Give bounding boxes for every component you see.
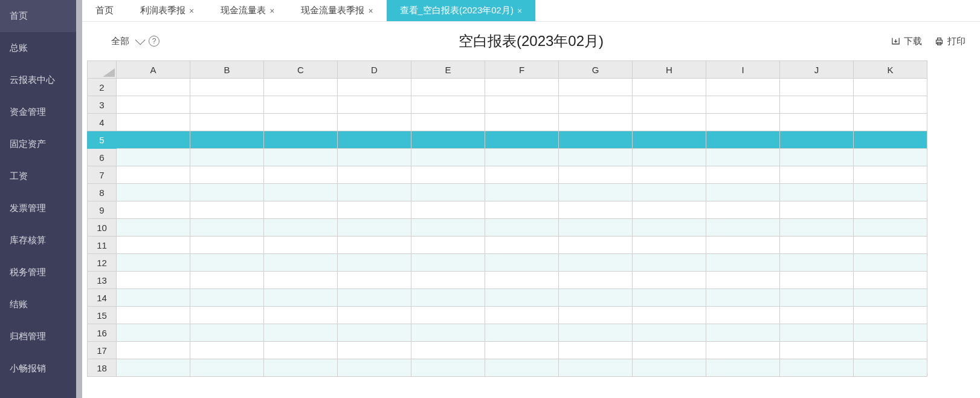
cell[interactable]	[411, 149, 485, 166]
cell[interactable]	[633, 149, 706, 166]
cell[interactable]	[559, 289, 633, 307]
cell[interactable]	[338, 359, 411, 377]
cell[interactable]	[338, 307, 411, 324]
cell[interactable]	[633, 201, 706, 219]
row-header[interactable]: 12	[88, 254, 117, 272]
cell[interactable]	[854, 272, 927, 289]
cell[interactable]	[633, 114, 706, 131]
row-header[interactable]: 4	[88, 114, 117, 131]
cell[interactable]	[117, 237, 190, 254]
cell[interactable]	[706, 342, 780, 359]
cell[interactable]	[485, 237, 559, 254]
sidebar-item[interactable]: 工资	[0, 160, 76, 192]
row-header[interactable]: 10	[88, 219, 117, 237]
cell[interactable]	[190, 324, 264, 342]
cell[interactable]	[190, 219, 264, 237]
cell[interactable]	[264, 96, 338, 114]
cell[interactable]	[485, 342, 559, 359]
cell[interactable]	[411, 201, 485, 219]
cell[interactable]	[633, 131, 706, 149]
cell[interactable]	[559, 237, 633, 254]
cell[interactable]	[117, 149, 190, 166]
cell[interactable]	[411, 289, 485, 307]
cell[interactable]	[117, 79, 190, 96]
cell[interactable]	[338, 166, 411, 184]
sidebar-item[interactable]: 首页	[0, 0, 76, 32]
cell[interactable]	[190, 289, 264, 307]
cell[interactable]	[633, 166, 706, 184]
cell[interactable]	[338, 342, 411, 359]
cell[interactable]	[780, 184, 854, 201]
cell[interactable]	[633, 289, 706, 307]
close-icon[interactable]: ×	[189, 6, 194, 16]
cell[interactable]	[559, 114, 633, 131]
cell[interactable]	[780, 201, 854, 219]
cell[interactable]	[338, 201, 411, 219]
cell[interactable]	[854, 219, 927, 237]
cell[interactable]	[780, 96, 854, 114]
select-all-corner[interactable]	[88, 61, 117, 79]
filter-dropdown[interactable]: 全部 ?	[111, 36, 160, 47]
cell[interactable]	[780, 359, 854, 377]
cell[interactable]	[633, 219, 706, 237]
column-header[interactable]: H	[633, 61, 706, 79]
cell[interactable]	[338, 254, 411, 272]
cell[interactable]	[706, 359, 780, 377]
cell[interactable]	[190, 359, 264, 377]
column-header[interactable]: F	[485, 61, 559, 79]
row-header[interactable]: 7	[88, 166, 117, 184]
cell[interactable]	[485, 307, 559, 324]
cell[interactable]	[117, 254, 190, 272]
cell[interactable]	[485, 131, 559, 149]
cell[interactable]	[854, 237, 927, 254]
cell[interactable]	[117, 359, 190, 377]
sidebar-item[interactable]: 归档管理	[0, 321, 76, 353]
column-header[interactable]: A	[117, 61, 190, 79]
cell[interactable]	[338, 184, 411, 201]
cell[interactable]	[854, 289, 927, 307]
cell[interactable]	[411, 114, 485, 131]
sidebar-item[interactable]: 库存核算	[0, 224, 76, 256]
cell[interactable]	[633, 184, 706, 201]
cell[interactable]	[117, 114, 190, 131]
cell[interactable]	[338, 149, 411, 166]
row-header[interactable]: 13	[88, 272, 117, 289]
cell[interactable]	[190, 237, 264, 254]
cell[interactable]	[264, 79, 338, 96]
sidebar-item[interactable]: 资金管理	[0, 96, 76, 128]
cell[interactable]	[780, 237, 854, 254]
cell[interactable]	[854, 184, 927, 201]
close-icon[interactable]: ×	[269, 6, 274, 16]
cell[interactable]	[264, 272, 338, 289]
sidebar-item[interactable]: 发票管理	[0, 192, 76, 224]
cell[interactable]	[854, 201, 927, 219]
column-header[interactable]: D	[338, 61, 411, 79]
cell[interactable]	[190, 254, 264, 272]
cell[interactable]	[706, 237, 780, 254]
cell[interactable]	[706, 254, 780, 272]
spreadsheet[interactable]: ABCDEFGHIJK23456789101112131415161718	[82, 60, 980, 398]
row-header[interactable]: 9	[88, 201, 117, 219]
cell[interactable]	[485, 254, 559, 272]
column-header[interactable]: C	[264, 61, 338, 79]
cell[interactable]	[190, 114, 264, 131]
cell[interactable]	[485, 289, 559, 307]
cell[interactable]	[411, 342, 485, 359]
tab[interactable]: 查看_空白报表(2023年02月)×	[387, 0, 536, 21]
cell[interactable]	[190, 201, 264, 219]
cell[interactable]	[706, 324, 780, 342]
cell[interactable]	[780, 254, 854, 272]
row-header[interactable]: 8	[88, 184, 117, 201]
cell[interactable]	[338, 79, 411, 96]
sidebar-scrollbar[interactable]	[76, 0, 82, 398]
cell[interactable]	[117, 324, 190, 342]
cell[interactable]	[706, 272, 780, 289]
sidebar-item[interactable]: 固定资产	[0, 128, 76, 160]
cell[interactable]	[559, 184, 633, 201]
tab[interactable]: 现金流量表季报×	[288, 0, 386, 21]
tab[interactable]: 首页	[82, 0, 127, 21]
cell[interactable]	[117, 289, 190, 307]
cell[interactable]	[190, 272, 264, 289]
cell[interactable]	[338, 219, 411, 237]
cell[interactable]	[706, 79, 780, 96]
